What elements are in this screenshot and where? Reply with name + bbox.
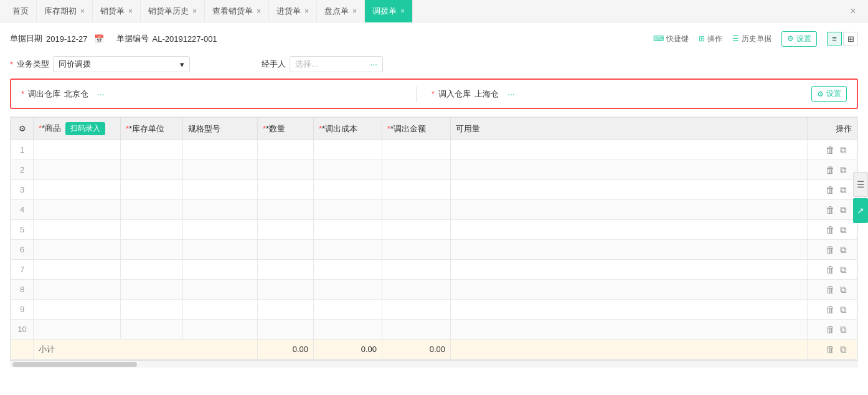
delete-icon[interactable]: 🗑 <box>826 284 835 295</box>
tab-purchase-order[interactable]: 进货单 × <box>269 0 317 22</box>
available-cell[interactable] <box>451 280 808 300</box>
operation-button[interactable]: ⊞ 操作 <box>699 34 722 44</box>
unit-cell[interactable] <box>121 240 183 260</box>
amount-cell[interactable] <box>382 200 451 220</box>
cost-cell[interactable] <box>314 320 382 340</box>
delete-icon[interactable]: 🗑 <box>826 145 835 155</box>
copy-icon[interactable]: ⧉ <box>840 304 847 315</box>
qty-cell[interactable] <box>258 220 314 240</box>
cost-cell[interactable] <box>314 160 382 180</box>
qty-cell[interactable] <box>258 280 314 300</box>
delete-icon[interactable]: 🗑 <box>826 164 835 175</box>
unit-cell[interactable] <box>121 140 183 160</box>
cost-cell[interactable] <box>314 140 382 160</box>
product-cell[interactable] <box>34 160 121 180</box>
qty-cell[interactable] <box>258 320 314 340</box>
qty-cell[interactable] <box>258 140 314 160</box>
delete-icon[interactable]: 🗑 <box>826 224 835 235</box>
cost-cell[interactable] <box>314 280 382 300</box>
cost-cell[interactable] <box>314 220 382 240</box>
available-cell[interactable] <box>451 180 808 200</box>
grid-view-button[interactable]: ⊞ <box>843 32 858 45</box>
biz-type-select[interactable]: 同价调拨 ▾ <box>53 56 190 72</box>
transfer-out-more-icon[interactable]: ··· <box>97 89 105 99</box>
available-cell[interactable] <box>451 260 808 280</box>
tab-sales-history[interactable]: 销货单历史 × <box>141 0 205 22</box>
delete-icon[interactable]: 🗑 <box>826 184 835 195</box>
tab-sales-order-close[interactable]: × <box>128 7 133 16</box>
spec-cell[interactable] <box>183 280 258 300</box>
copy-icon[interactable]: ⧉ <box>840 324 847 335</box>
amount-cell[interactable] <box>382 260 451 280</box>
tab-view-sales-close[interactable]: × <box>257 7 261 16</box>
tab-inventory-check-close[interactable]: × <box>352 7 357 16</box>
spec-cell[interactable] <box>183 220 258 240</box>
product-cell[interactable] <box>34 260 121 280</box>
copy-icon[interactable]: ⧉ <box>840 145 847 156</box>
unit-cell[interactable] <box>121 160 183 180</box>
product-cell[interactable] <box>34 240 121 260</box>
unit-cell[interactable] <box>121 260 183 280</box>
tab-purchase-order-close[interactable]: × <box>304 7 309 16</box>
tab-sales-history-close[interactable]: × <box>192 7 197 16</box>
copy-icon[interactable]: ⧉ <box>840 264 847 275</box>
qty-cell[interactable] <box>258 180 314 200</box>
available-cell[interactable] <box>451 200 808 220</box>
amount-cell[interactable] <box>382 300 451 320</box>
copy-icon[interactable]: ⧉ <box>840 284 847 295</box>
product-cell[interactable] <box>34 140 121 160</box>
unit-cell[interactable] <box>121 200 183 220</box>
available-cell[interactable] <box>451 140 808 160</box>
delete-icon[interactable]: 🗑 <box>826 324 835 335</box>
amount-cell[interactable] <box>382 320 451 340</box>
amount-cell[interactable] <box>382 140 451 160</box>
spec-cell[interactable] <box>183 260 258 280</box>
list-view-button[interactable]: ≡ <box>827 32 842 45</box>
person-input[interactable]: 选择... ··· <box>290 56 383 72</box>
copy-icon[interactable]: ⧉ <box>840 184 847 196</box>
product-cell[interactable] <box>34 180 121 200</box>
spec-cell[interactable] <box>183 180 258 200</box>
available-cell[interactable] <box>451 220 808 240</box>
qty-cell[interactable] <box>258 300 314 320</box>
setting-button[interactable]: ⚙ 设置 <box>781 31 817 47</box>
unit-cell[interactable] <box>121 180 183 200</box>
spec-cell[interactable] <box>183 200 258 220</box>
unit-cell[interactable] <box>121 280 183 300</box>
scroll-thumb[interactable] <box>12 362 137 367</box>
amount-cell[interactable] <box>382 160 451 180</box>
delete-icon[interactable]: 🗑 <box>826 344 835 355</box>
calendar-icon[interactable]: 📅 <box>94 34 104 44</box>
unit-cell[interactable] <box>121 300 183 320</box>
available-cell[interactable] <box>451 300 808 320</box>
spec-cell[interactable] <box>183 140 258 160</box>
tab-transfer-order-close[interactable]: × <box>400 7 405 16</box>
scan-input-button[interactable]: 扫码录入 <box>65 122 105 135</box>
amount-cell[interactable] <box>382 240 451 260</box>
available-cell[interactable] <box>451 320 808 340</box>
copy-icon[interactable]: ⧉ <box>840 244 847 255</box>
amount-cell[interactable] <box>382 280 451 300</box>
unit-cell[interactable] <box>121 220 183 240</box>
product-cell[interactable] <box>34 200 121 220</box>
product-cell[interactable] <box>34 220 121 240</box>
close-all-tabs[interactable]: × <box>843 1 863 21</box>
qty-cell[interactable] <box>258 240 314 260</box>
person-more-icon[interactable]: ··· <box>370 59 377 69</box>
float-export-button[interactable]: ↗ <box>853 198 868 223</box>
tab-transfer-order[interactable]: 调拨单 × <box>365 0 413 22</box>
qty-cell[interactable] <box>258 260 314 280</box>
spec-cell[interactable] <box>183 240 258 260</box>
product-cell[interactable] <box>34 320 121 340</box>
cost-cell[interactable] <box>314 240 382 260</box>
history-button[interactable]: ☰ 历史单据 <box>732 34 771 44</box>
unit-cell[interactable] <box>121 320 183 340</box>
tab-inventory-init[interactable]: 库存期初 × <box>37 0 93 22</box>
copy-icon[interactable]: ⧉ <box>840 224 847 236</box>
float-list-button[interactable]: ☰ <box>853 172 868 197</box>
tab-view-sales[interactable]: 查看销货单 × <box>205 0 269 22</box>
shortcut-button[interactable]: ⌨ 快捷键 <box>653 34 689 44</box>
delete-icon[interactable]: 🗑 <box>826 304 835 315</box>
available-cell[interactable] <box>451 240 808 260</box>
spec-cell[interactable] <box>183 300 258 320</box>
